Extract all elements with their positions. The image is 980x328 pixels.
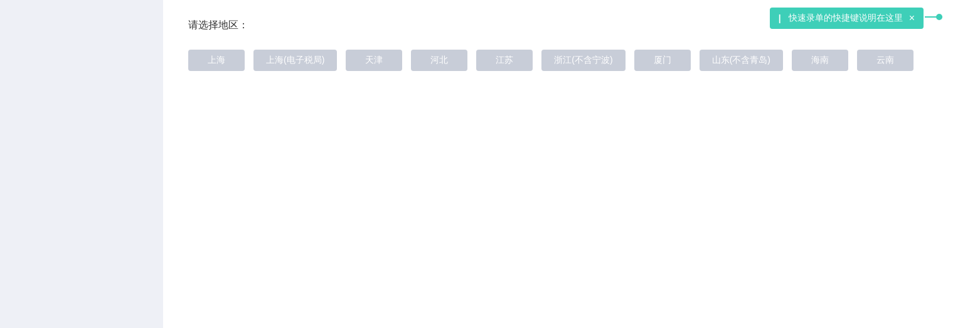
region-button-5[interactable]: 浙江(不含宁波)	[541, 50, 625, 71]
region-button-3[interactable]: 河北	[411, 50, 467, 71]
tooltip-text: 快速录单的快捷键说明在这里	[789, 13, 903, 24]
region-button-8[interactable]: 海南	[792, 50, 848, 71]
tooltip-close-button[interactable]: ×	[909, 13, 915, 24]
region-button-1[interactable]: 上海(电子税局)	[253, 50, 337, 71]
region-button-6[interactable]: 厦门	[634, 50, 691, 71]
tooltip-banner: 快速录单的快捷键说明在这里 ×	[770, 8, 924, 29]
region-buttons-container: 上海上海(电子税局)天津河北江苏浙江(不含宁波)厦门山东(不含青岛)海南云南	[188, 50, 955, 71]
region-button-2[interactable]: 天津	[346, 50, 402, 71]
region-button-4[interactable]: 江苏	[476, 50, 533, 71]
main-content: 请选择地区： 上海上海(电子税局)天津河北江苏浙江(不含宁波)厦门山东(不含青岛…	[163, 0, 980, 328]
region-button-9[interactable]: 云南	[857, 50, 913, 71]
left-sidebar	[0, 0, 163, 328]
connector-dot	[936, 14, 942, 20]
region-button-0[interactable]: 上海	[188, 50, 245, 71]
region-button-7[interactable]: 山东(不含青岛)	[700, 50, 783, 71]
